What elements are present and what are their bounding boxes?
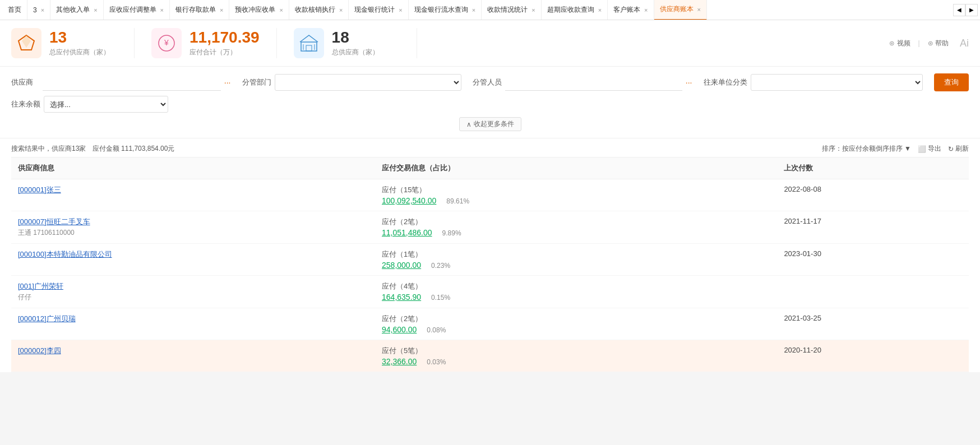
stat-value-2: 11,170.39 bbox=[189, 29, 260, 47]
col-header-tx: 应付交易信息（占比） bbox=[375, 157, 777, 179]
tx-amount[interactable]: 164,635.90 bbox=[382, 293, 421, 302]
person-label: 分管人员 bbox=[473, 77, 502, 87]
supplier-link[interactable]: [000002]李四 bbox=[18, 346, 61, 355]
tx-info-cell: 应付（1笔）258,000.000.23% bbox=[375, 244, 777, 276]
dept-select[interactable] bbox=[275, 74, 462, 91]
nav-prev-button[interactable]: ◀ bbox=[953, 4, 965, 16]
table-row: [001]广州荣轩仔仔应付（4笔）164,635.900.15% bbox=[11, 276, 969, 308]
tx-percent: 0.08% bbox=[427, 326, 446, 334]
close-icon[interactable]: × bbox=[399, 7, 402, 13]
refresh-button[interactable]: ↻ 刷新 bbox=[948, 144, 969, 154]
stat-block-payable-total: ¥ 11,170.39 应付合计（万） bbox=[151, 28, 277, 58]
close-icon[interactable]: × bbox=[697, 6, 701, 13]
nav-tab-collection[interactable]: 收款核销执行 × bbox=[289, 0, 349, 20]
tx-amount[interactable]: 11,051,486.00 bbox=[382, 228, 432, 237]
nav-tab-overdue[interactable]: 超期应收款查询 × bbox=[542, 0, 608, 20]
balance-label: 往来余额 bbox=[11, 99, 40, 109]
supplier-sub-info: 王通 17106110000 bbox=[18, 228, 368, 238]
sort-label[interactable]: 排序：按应付余额倒序排序 ▼ bbox=[822, 144, 911, 154]
tx-label: 应付（2笔） bbox=[382, 314, 770, 324]
collapse-area: ∧ 收起更多条件 bbox=[11, 117, 969, 131]
supplier-info-cell: [000012]广州贝瑞 bbox=[11, 308, 375, 340]
close-icon[interactable]: × bbox=[160, 7, 164, 13]
close-icon[interactable]: × bbox=[531, 7, 535, 13]
table-area: 搜索结果中，供应商13家 应付金额 111,703,854.00元 排序：按应付… bbox=[0, 138, 980, 372]
nav-tab-other-income[interactable]: 其他收入单 × bbox=[50, 0, 103, 20]
stats-header: 13 总应付供应商（家） ¥ 11,170.39 应付合计（万） bbox=[0, 20, 980, 67]
filter-row-2: 往来余额 选择... bbox=[11, 96, 969, 113]
supplier-link[interactable]: [000100]本特勤油品有限公司 bbox=[18, 250, 112, 258]
nav-tab-ar-adjust[interactable]: 应收应付调整单 × bbox=[104, 0, 170, 20]
nav-next-button[interactable]: ▶ bbox=[965, 4, 978, 16]
collapse-button[interactable]: ∧ 收起更多条件 bbox=[459, 117, 521, 131]
tx-amount[interactable]: 258,000.00 bbox=[382, 261, 421, 270]
supplier-link[interactable]: [000012]广州贝瑞 bbox=[18, 314, 76, 323]
refresh-icon: ↻ bbox=[948, 145, 954, 153]
top-nav: 首页 3 × 其他收入单 × 应收应付调整单 × 银行存取款单 × 预收冲应收单… bbox=[0, 0, 980, 20]
close-icon[interactable]: × bbox=[339, 7, 343, 13]
person-input[interactable] bbox=[505, 74, 682, 91]
nav-tab-3[interactable]: 3 × bbox=[27, 0, 50, 20]
balance-select[interactable]: 选择... bbox=[44, 96, 168, 113]
nav-tab-home[interactable]: 首页 bbox=[2, 0, 27, 20]
last-date-cell: 2022-08-08 bbox=[777, 179, 969, 211]
stat-label-1: 总应付供应商（家） bbox=[49, 48, 110, 57]
supplier-link[interactable]: [000001]张三 bbox=[18, 186, 61, 194]
stat-info-3: 18 总供应商（家） bbox=[332, 29, 379, 58]
last-date-cell: 2023-01-30 bbox=[777, 244, 969, 276]
nav-tab-customer-account[interactable]: 客户账本 × bbox=[608, 0, 654, 20]
table-row: [000001]张三应付（15笔）100,092,540.0089.61%202… bbox=[11, 179, 969, 211]
supplier-info-cell: [000001]张三 bbox=[11, 179, 375, 211]
tx-label: 应付（4笔） bbox=[382, 281, 770, 291]
tx-info-cell: 应付（2笔）94,600.000.08% bbox=[375, 308, 777, 340]
video-link[interactable]: ⊙ 视频 bbox=[889, 39, 910, 48]
ai-badge[interactable]: Ai bbox=[960, 38, 969, 49]
close-icon[interactable]: × bbox=[279, 7, 283, 13]
table-row: [000100]本特勤油品有限公司应付（1笔）258,000.000.23%20… bbox=[11, 244, 969, 276]
help-link[interactable]: ⊙ 帮助 bbox=[928, 39, 949, 48]
close-icon[interactable]: × bbox=[472, 7, 475, 13]
tx-percent: 9.89% bbox=[442, 229, 461, 237]
supplier-info-cell: [001]广州荣轩仔仔 bbox=[11, 276, 375, 308]
nav-tab-supplier-account[interactable]: 供应商账本 × bbox=[654, 0, 707, 20]
supplier-dots-icon[interactable]: ··· bbox=[224, 78, 231, 87]
svg-rect-5 bbox=[306, 45, 312, 51]
close-icon[interactable]: × bbox=[598, 7, 602, 13]
supplier-link[interactable]: [000007]恒旺二手叉车 bbox=[18, 217, 90, 226]
sort-down-icon: ▼ bbox=[904, 145, 911, 152]
last-date-cell bbox=[777, 276, 969, 308]
filter-item-supplier: 供应商 ··· bbox=[11, 74, 231, 91]
table-row: [000012]广州贝瑞应付（2笔）94,600.000.08%2021-03-… bbox=[11, 308, 969, 340]
close-icon[interactable]: × bbox=[94, 7, 97, 13]
tx-info-cell: 应付（2笔）11,051,486.009.89% bbox=[375, 211, 777, 244]
nav-tab-bank-deposit[interactable]: 银行存取款单 × bbox=[170, 0, 229, 20]
close-icon[interactable]: × bbox=[41, 7, 44, 13]
nav-tab-cash-bank-stat[interactable]: 现金银行统计 × bbox=[349, 0, 408, 20]
tx-amount[interactable]: 94,600.00 bbox=[382, 325, 417, 334]
export-button[interactable]: ⬜ 导出 bbox=[918, 144, 941, 154]
filter-item-dept: 分管部门 bbox=[242, 74, 462, 91]
tx-percent: 89.61% bbox=[446, 197, 469, 205]
category-select[interactable] bbox=[751, 74, 923, 91]
tx-amount[interactable]: 100,092,540.00 bbox=[382, 196, 436, 205]
close-icon[interactable]: × bbox=[220, 7, 223, 13]
col-header-last-date: 上次付数 bbox=[777, 157, 969, 179]
person-dots-icon[interactable]: ··· bbox=[686, 78, 692, 87]
nav-tab-advance[interactable]: 预收冲应收单 × bbox=[229, 0, 289, 20]
stat-icon-money: ¥ bbox=[151, 28, 182, 58]
close-icon[interactable]: × bbox=[644, 7, 648, 13]
tx-percent: 0.03% bbox=[427, 358, 446, 366]
supplier-input[interactable] bbox=[43, 74, 221, 91]
query-button[interactable]: 查询 bbox=[934, 73, 969, 91]
tx-amount[interactable]: 32,366.00 bbox=[382, 357, 417, 366]
filter-item-person: 分管人员 ··· bbox=[473, 74, 692, 91]
tx-label: 应付（1笔） bbox=[382, 249, 770, 259]
last-date-cell: 2020-11-20 bbox=[777, 340, 969, 372]
toolbar-right: 排序：按应付余额倒序排序 ▼ ⬜ 导出 ↻ 刷新 bbox=[822, 144, 969, 154]
export-icon: ⬜ bbox=[918, 145, 926, 153]
header-actions: ⊙ 视频 | ⊙ 帮助 Ai bbox=[889, 38, 969, 49]
supplier-link[interactable]: [001]广州荣轩 bbox=[18, 282, 63, 290]
nav-tab-cash-bank-flow[interactable]: 现金银行流水查询 × bbox=[409, 0, 482, 20]
nav-tab-collection-stat[interactable]: 收款情况统计 × bbox=[482, 0, 541, 20]
filter-row-1: 供应商 ··· 分管部门 分管人员 ··· 往来单位分类 查询 bbox=[11, 73, 969, 91]
